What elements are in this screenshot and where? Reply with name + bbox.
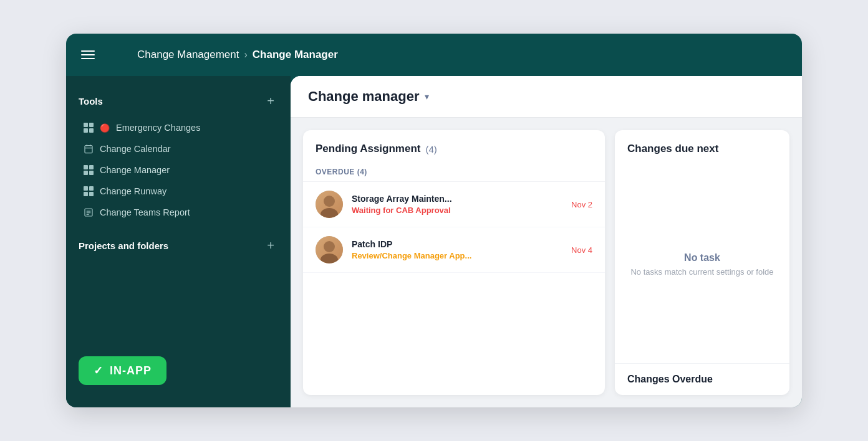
sidebar-item-label: Change Calendar <box>100 144 171 154</box>
sidebar-item-change-calendar[interactable]: Change Calendar <box>79 138 278 159</box>
changes-overdue-title: Changes Overdue <box>627 374 777 385</box>
no-tasks-desc: No tasks match current settings or folde <box>630 267 773 277</box>
task-info: Patch IDP Review/Change Manager App... <box>352 239 562 260</box>
body: Tools + 🔴 Emergency Changes <box>66 76 802 407</box>
main-header: Change manager ▾ <box>291 76 802 118</box>
task-date: Nov 2 <box>571 200 592 209</box>
projects-label: Projects and folders <box>79 240 168 251</box>
svg-rect-1 <box>85 146 92 153</box>
breadcrumb-separator: › <box>244 49 248 60</box>
task-name: Patch IDP <box>352 239 562 249</box>
main-cards: Pending Assignment (4) OVERDUE (4) Stora… <box>291 118 802 407</box>
sidebar-item-label: Change Manager <box>100 165 170 175</box>
task-name: Storage Array Mainten... <box>352 194 562 204</box>
grid-icon <box>84 123 94 133</box>
sidebar-item-label: Emergency Changes <box>116 123 200 133</box>
grid-icon <box>84 186 94 196</box>
report-icon <box>84 207 94 217</box>
pending-assignment-card: Pending Assignment (4) OVERDUE (4) Stora… <box>303 130 605 395</box>
projects-add-button[interactable]: + <box>263 238 278 253</box>
task-status: Waiting for CAB Approval <box>352 206 562 215</box>
grid-icon <box>84 165 94 175</box>
card-header: Pending Assignment (4) <box>303 130 605 163</box>
sidebar-item-change-manager[interactable]: Change Manager <box>79 159 278 181</box>
card-count: (4) <box>425 144 436 154</box>
sidebar-item-change-runway[interactable]: Change Runway <box>79 181 278 202</box>
sidebar-item-emergency-changes[interactable]: 🔴 Emergency Changes <box>79 117 278 138</box>
calendar-icon <box>84 144 94 154</box>
sidebar-item-change-teams-report[interactable]: Change Teams Report <box>79 202 278 223</box>
table-row[interactable]: Storage Array Mainten... Waiting for CAB… <box>303 182 605 227</box>
changes-due-card: Changes due next No task No tasks match … <box>615 130 789 395</box>
task-status: Review/Change Manager App... <box>352 251 562 260</box>
breadcrumb-parent[interactable]: Change Management <box>137 49 239 61</box>
app-window: Change Management › Change Manager Tools… <box>66 34 802 407</box>
tools-section-header: Tools + <box>79 93 278 108</box>
dropdown-arrow-icon[interactable]: ▾ <box>425 92 429 102</box>
header: Change Management › Change Manager <box>66 34 802 76</box>
card-title: Pending Assignment <box>316 143 420 155</box>
sidebar-item-label: Change Runway <box>100 186 166 196</box>
hamburger-icon[interactable] <box>81 50 95 59</box>
task-info: Storage Array Mainten... Waiting for CAB… <box>352 194 562 215</box>
card-right-title: Changes due next <box>615 130 789 165</box>
no-tasks-section: No task No tasks match current settings … <box>615 165 789 363</box>
card-title-row: Pending Assignment (4) <box>316 143 592 155</box>
svg-rect-5 <box>85 209 92 216</box>
sidebar-item-label: Change Teams Report <box>100 207 190 217</box>
card-right-bottom: Changes Overdue <box>615 363 789 395</box>
no-tasks-title: No task <box>684 252 720 263</box>
task-date: Nov 4 <box>571 245 592 255</box>
projects-section: Projects and folders + <box>79 238 278 253</box>
breadcrumb: Change Management › Change Manager <box>137 49 338 61</box>
avatar <box>316 191 343 218</box>
in-app-label: IN-APP <box>110 364 152 377</box>
tools-add-button[interactable]: + <box>263 93 278 108</box>
tools-label: Tools <box>79 96 103 107</box>
table-row[interactable]: Patch IDP Review/Change Manager App... N… <box>303 227 605 273</box>
in-app-badge: ✓ IN-APP <box>79 356 166 385</box>
emergency-emoji: 🔴 <box>100 123 110 133</box>
sidebar: Tools + 🔴 Emergency Changes <box>66 76 291 407</box>
projects-section-header: Projects and folders + <box>79 238 278 253</box>
overdue-label: OVERDUE (4) <box>303 163 605 182</box>
check-icon: ✓ <box>94 364 104 377</box>
breadcrumb-current: Change Manager <box>253 49 338 61</box>
avatar <box>316 236 343 263</box>
main-content: Change manager ▾ Pending Assignment (4) … <box>291 76 802 407</box>
page-title: Change manager <box>308 88 420 105</box>
